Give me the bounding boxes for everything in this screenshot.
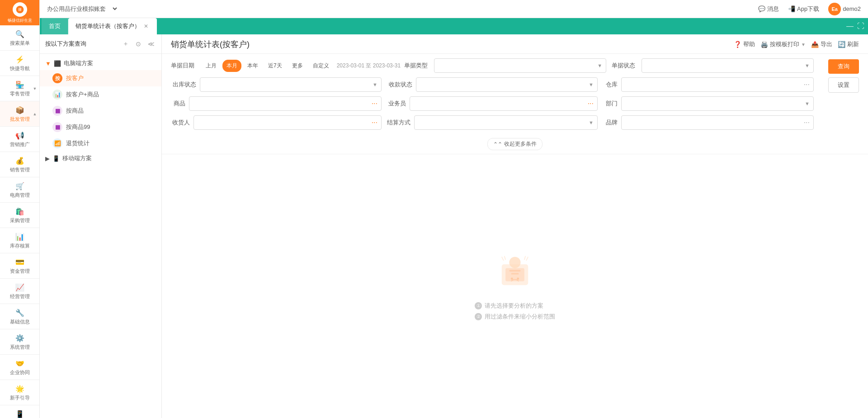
- filter-and-buttons: 单据日期 上月 本月 本年 近7天 更多 自定义 2023-03-01 至 20…: [162, 54, 868, 134]
- date-btn-this-year[interactable]: 本年: [243, 60, 262, 72]
- date-btn-custom[interactable]: 自定义: [309, 60, 333, 72]
- sidebar-item-inventory[interactable]: 📊 库存核算: [0, 228, 40, 253]
- sidebar-item-wholesale[interactable]: 📦 批发管理 ▲: [0, 101, 40, 127]
- receiver-input[interactable]: ···: [193, 115, 382, 130]
- department-input[interactable]: ▼: [621, 96, 814, 111]
- salesperson-dots: ···: [588, 100, 594, 108]
- tab-sales-stats-close-icon[interactable]: ✕: [143, 22, 149, 30]
- settings-button[interactable]: 设置: [828, 77, 859, 93]
- product-input[interactable]: ···: [189, 96, 382, 111]
- settlement-label: 结算方式: [387, 119, 414, 127]
- appcenter-icon: 📱: [15, 410, 24, 418]
- out-status-input[interactable]: ▼: [200, 77, 382, 92]
- ecommerce-icon: 🛒: [15, 182, 24, 190]
- tip2-text: 用过滤条件来缩小分析范围: [485, 313, 555, 321]
- system-icon: ⚙️: [15, 334, 24, 342]
- marketing-icon: 📢: [15, 131, 24, 140]
- user-profile-btn[interactable]: Ea demo2: [828, 3, 861, 15]
- sidebar-item-finance[interactable]: 💳 资金管理: [0, 253, 40, 279]
- page-actions: ❓ 帮助 🖨️ 按模板打印 ▼ 📤 导出 🔄 刷新: [734, 40, 859, 48]
- right-content: 销货单统计表(按客户) ❓ 帮助 🖨️ 按模板打印 ▼ 📤 导出: [162, 34, 868, 418]
- tree-group-desktop[interactable]: ▼ ⬛ 电脑端方案: [40, 57, 161, 70]
- left-panel-actions: ＋ ⊙ ≪: [121, 39, 156, 49]
- account-selector[interactable]: [109, 5, 118, 13]
- date-btn-last-month[interactable]: 上月: [202, 60, 221, 72]
- sidebar-label-wholesale: 批发管理: [10, 116, 30, 123]
- return-stats-label: 退货统计: [66, 139, 90, 147]
- message-label: 消息: [767, 5, 779, 13]
- sidebar-item-retail[interactable]: 🏪 零售管理 ▼: [0, 76, 40, 101]
- tree-group-mobile[interactable]: ▶ 📱 移动端方案: [40, 152, 161, 165]
- app-download-btn[interactable]: 📲 App下载: [788, 5, 819, 13]
- app-download-label: App下载: [797, 5, 819, 13]
- tree-item-by-customer[interactable]: 按 按客户: [40, 70, 161, 86]
- sidebar-item-quicknav[interactable]: ⚡ 快捷导航: [0, 51, 40, 76]
- tree-item-by-customer-product[interactable]: 📊 按客户+商品: [40, 86, 161, 103]
- sidebar-item-marketing[interactable]: 📢 营销推广: [0, 127, 40, 152]
- tab-home-label: 首页: [49, 22, 61, 30]
- tip1-num: ①: [475, 302, 482, 309]
- empty-tip-2: ② 用过滤条件来缩小分析范围: [475, 313, 555, 321]
- add-scheme-btn[interactable]: ＋: [121, 39, 131, 49]
- doc-status-input[interactable]: ▼: [642, 58, 814, 73]
- collapse-panel-btn[interactable]: ≪: [146, 39, 156, 49]
- export-btn[interactable]: 📤 导出: [811, 40, 832, 48]
- svg-point-2: [509, 256, 521, 268]
- payment-status-label: 收款状态: [387, 81, 416, 89]
- sidebar-item-purchase[interactable]: 🛍️ 采购管理: [0, 203, 40, 228]
- message-btn[interactable]: 💬 消息: [758, 5, 779, 13]
- print-btn[interactable]: 🖨️ 按模板打印 ▼: [760, 40, 806, 48]
- payment-status-dropdown-icon: ▼: [589, 82, 594, 87]
- doc-type-label: 单据类型: [404, 62, 431, 70]
- sidebar-item-operations[interactable]: 📈 经营管理: [0, 279, 40, 304]
- purchase-icon: 🛍️: [15, 207, 24, 216]
- empty-tip-1: ① 请先选择要分析的方案: [475, 302, 555, 310]
- query-button[interactable]: 查询: [828, 59, 859, 74]
- header-right: 💬 消息 📲 App下载 Ea demo2: [758, 3, 861, 15]
- doc-type-dropdown-icon: ▼: [597, 63, 602, 68]
- doc-type-input[interactable]: ▼: [434, 58, 606, 73]
- department-label: 部门: [603, 100, 621, 108]
- tip1-text: 请先选择要分析的方案: [485, 302, 543, 310]
- sidebar-item-newbie[interactable]: 🌟 新手引导: [0, 380, 40, 405]
- refresh-label: 刷新: [847, 40, 859, 48]
- help-btn[interactable]: ❓ 帮助: [734, 40, 755, 48]
- out-status-dropdown-icon: ▼: [373, 82, 377, 87]
- sidebar-item-sales[interactable]: 💰 销售管理: [0, 152, 40, 177]
- date-btn-more[interactable]: 更多: [288, 60, 307, 72]
- date-btn-this-month[interactable]: 本月: [222, 60, 241, 72]
- sidebar-item-system[interactable]: ⚙️ 系统管理: [0, 329, 40, 355]
- brand-input[interactable]: ···: [621, 115, 814, 130]
- receiver-dots: ···: [372, 119, 377, 127]
- tab-sales-stats[interactable]: 销货单统计表（按客户） ✕: [68, 18, 157, 34]
- tab-maximize-icon[interactable]: ⛶: [857, 22, 864, 30]
- settlement-input[interactable]: ▼: [414, 115, 598, 130]
- date-btn-7days[interactable]: 近7天: [264, 60, 286, 72]
- salesperson-input[interactable]: ···: [410, 96, 598, 111]
- tree-item-by-product[interactable]: ▦ 按商品: [40, 103, 161, 119]
- content-area: 按以下方案查询 ＋ ⊙ ≪ ▼ ⬛ 电脑端方案 按 按客户: [40, 34, 868, 418]
- warehouse-input[interactable]: ···: [621, 77, 814, 92]
- left-panel: 按以下方案查询 ＋ ⊙ ≪ ▼ ⬛ 电脑端方案 按 按客户: [40, 34, 162, 418]
- tab-home[interactable]: 首页: [42, 18, 68, 34]
- settings-scheme-btn[interactable]: ⊙: [133, 39, 143, 49]
- tree-item-return-stats[interactable]: 📶 退货统计: [40, 135, 161, 152]
- tree-item-by-product-99[interactable]: ▦ 按商品99: [40, 119, 161, 135]
- sidebar-item-appcenter[interactable]: 📱 应用中心: [0, 405, 40, 418]
- payment-status-input[interactable]: ▼: [416, 77, 598, 92]
- page-title: 销货单统计表(按客户): [171, 39, 250, 50]
- empty-illustration: [492, 249, 538, 294]
- sidebar-item-basic[interactable]: 🔧 基础信息: [0, 304, 40, 329]
- refresh-btn[interactable]: 🔄 刷新: [838, 40, 859, 48]
- collapse-btn[interactable]: ⌃⌃ 收起更多条件: [487, 138, 542, 150]
- tree-section: ▼ ⬛ 电脑端方案 按 按客户 📊 按客户+商品 ▦ 按商品: [40, 54, 161, 168]
- doc-status-label: 单据状态: [612, 62, 639, 70]
- sidebar-item-ecommerce[interactable]: 🛒 电商管理: [0, 177, 40, 203]
- sidebar-item-enterprise[interactable]: 🤝 企业协同: [0, 355, 40, 380]
- sidebar-item-search[interactable]: 🔍 搜索菜单: [0, 25, 40, 51]
- tab-minimize-icon[interactable]: —: [846, 22, 854, 30]
- print-dropdown-icon: ▼: [801, 42, 806, 47]
- salesperson-label: 业务员: [387, 100, 410, 108]
- top-header: 办公用品行业模拟账套 💬 消息 📲 App下载 Ea demo2: [40, 0, 868, 18]
- sidebar-logo[interactable]: 畅捷信好生意: [0, 0, 40, 25]
